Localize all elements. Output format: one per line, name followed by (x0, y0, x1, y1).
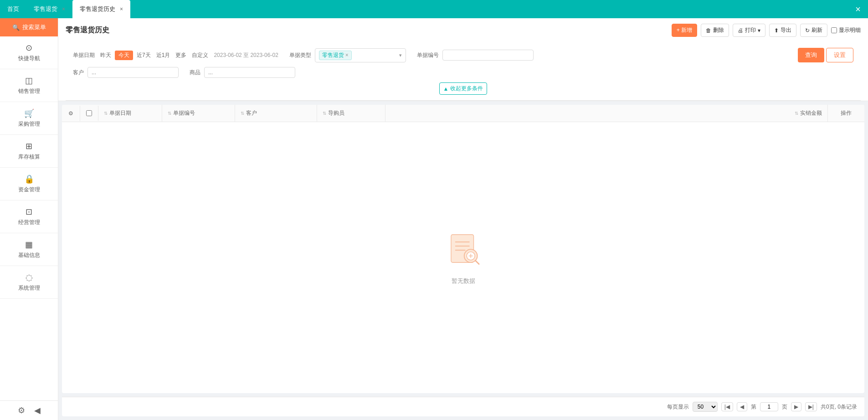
operations-icon: ⊡ (26, 207, 32, 217)
today-btn[interactable]: 今天 (115, 51, 133, 60)
new-btn[interactable]: + 新增 (672, 24, 697, 37)
export-icon: ⬆ (774, 27, 779, 34)
content-area: 零售退货历史 + 新增 🗑 删除 🖨 打印 ▾ ⬆ 导出 (58, 18, 868, 420)
type-tag: 零售退货 × (319, 51, 352, 60)
tab-retail-return-close[interactable]: × (62, 6, 65, 12)
empty-illustration (443, 230, 484, 271)
sidebar: 🔍 搜索菜单 ⊙ 快捷导航 ◫ 销售管理 🛒 采购管理 ⊞ 库存核算 🔒 资 (0, 18, 58, 420)
filter-area: 单据日期 昨天 今天 近7天 近1月 更多 自定义 2023-06-02 至 2… (66, 42, 861, 101)
filter-row-2: 客户 商品 (73, 67, 853, 78)
print-dropdown-icon: ▾ (758, 27, 760, 34)
sidebar-item-quick-nav[interactable]: ⊙ 快捷导航 (0, 36, 58, 69)
order-number-input[interactable] (442, 50, 534, 61)
sidebar-item-sales-mgmt[interactable]: ◫ 销售管理 (0, 69, 58, 102)
sidebar-item-quick-nav-label: 快捷导航 (18, 55, 40, 62)
purchase-icon: 🛒 (24, 108, 34, 118)
more-btn[interactable]: 更多 (174, 51, 188, 60)
collapse-sidebar-icon[interactable]: ◀ (34, 405, 41, 415)
query-btn[interactable]: 查询 (798, 48, 824, 62)
table-container: ⚙ ⇅ 单据日期 ⇅ 单据编号 ⇅ 客户 ⇅ (62, 105, 864, 393)
prev-page-btn[interactable]: ◀ (737, 402, 747, 411)
th-amount-sort-icon[interactable]: ⇅ (795, 111, 798, 116)
column-settings-icon[interactable]: ⚙ (68, 110, 73, 117)
topbar-close-btn[interactable]: × (848, 0, 868, 18)
search-icon: 🔍 (12, 24, 20, 31)
th-date-label: 单据日期 (109, 109, 131, 117)
per-page-label: 每页显示 (667, 403, 689, 411)
tab-home-label: 首页 (7, 5, 19, 13)
empty-text: 暂无数据 (452, 277, 475, 285)
customer-input[interactable] (87, 67, 179, 78)
tab-retail-return-history[interactable]: 零售退货历史 × (72, 0, 130, 18)
sidebar-item-finance-label: 资金管理 (18, 186, 40, 194)
per-page-select[interactable]: 50 10 20 100 (693, 402, 718, 412)
type-filter-label: 单据类型 (289, 51, 311, 59)
first-page-btn[interactable]: |◀ (721, 402, 733, 411)
sidebar-footer: ⚙ ◀ (0, 400, 58, 420)
th-settings[interactable]: ⚙ (62, 106, 80, 121)
sidebar-item-sales-mgmt-label: 销售管理 (18, 87, 40, 95)
settings-gear-icon[interactable]: ⚙ (18, 405, 25, 415)
delete-btn[interactable]: 🗑 删除 (701, 24, 729, 37)
total-label: 共0页, 0条记录 (821, 403, 857, 411)
show-detail-checkbox[interactable] (831, 27, 837, 33)
refresh-btn[interactable]: ↻ 刷新 (800, 24, 827, 37)
topbar: 首页 零售退货 × 零售退货历史 × × (0, 0, 868, 18)
tab-retail-return[interactable]: 零售退货 × (26, 0, 72, 18)
topbar-tabs: 首页 零售退货 × 零售退货历史 × (0, 0, 848, 18)
th-number-sort-icon[interactable]: ⇅ (168, 111, 171, 116)
filter-date-item: 单据日期 昨天 今天 近7天 近1月 更多 自定义 2023-06-02 至 2… (73, 51, 278, 60)
sidebar-item-operations-label: 经营管理 (18, 219, 40, 226)
page-input[interactable] (760, 402, 778, 411)
th-customer-sort-icon[interactable]: ⇅ (241, 111, 244, 116)
refresh-label: 刷新 (812, 26, 822, 34)
next-page-btn[interactable]: ▶ (791, 402, 801, 411)
sidebar-item-operations[interactable]: ⊡ 经营管理 (0, 200, 58, 233)
tab-retail-return-history-label: 零售退货历史 (80, 5, 115, 13)
type-filter-select[interactable]: 零售退货 × ▾ (315, 48, 406, 62)
th-guide-sort-icon[interactable]: ⇅ (323, 111, 326, 116)
tab-retail-return-history-close[interactable]: × (120, 6, 123, 12)
last-page-btn[interactable]: ▶| (805, 402, 817, 411)
th-checkbox[interactable] (80, 106, 98, 121)
sidebar-item-basic-info-label: 基础信息 (18, 251, 40, 259)
last7days-btn[interactable]: 近7天 (135, 51, 153, 60)
print-icon: 🖨 (738, 27, 743, 34)
type-select-dropdown-icon: ▾ (399, 52, 402, 58)
th-date: ⇅ 单据日期 (98, 105, 162, 122)
goods-input[interactable] (204, 67, 295, 78)
order-filter-label: 单据编号 (417, 51, 439, 59)
sidebar-item-system-mgmt[interactable]: ◌ 系统管理 (0, 266, 58, 299)
sidebar-item-finance[interactable]: 🔒 资金管理 (0, 168, 58, 200)
last1month-btn[interactable]: 近1月 (154, 51, 172, 60)
refresh-icon: ↻ (805, 27, 810, 34)
settings-btn[interactable]: 设置 (826, 48, 853, 62)
th-date-sort-icon[interactable]: ⇅ (104, 111, 108, 116)
export-btn[interactable]: ⬆ 导出 (769, 24, 796, 37)
date-range-display: 2023-06-02 至 2023-06-02 (214, 51, 278, 59)
type-tag-close[interactable]: × (345, 52, 349, 58)
sidebar-search-btn[interactable]: 🔍 搜索菜单 (0, 18, 58, 36)
yesterday-btn[interactable]: 昨天 (98, 51, 113, 60)
collapse-btn[interactable]: ▲ 收起更多条件 (439, 82, 488, 95)
page-title-row: 零售退货历史 + 新增 🗑 删除 🖨 打印 ▾ ⬆ 导出 (66, 24, 861, 37)
sidebar-item-basic-info[interactable]: ▦ 基础信息 (0, 233, 58, 266)
select-all-checkbox[interactable] (86, 110, 92, 116)
filter-row-1: 单据日期 昨天 今天 近7天 近1月 更多 自定义 2023-06-02 至 2… (73, 48, 853, 62)
sidebar-item-inventory[interactable]: ⊞ 库存核算 (0, 135, 58, 168)
sidebar-item-system-mgmt-label: 系统管理 (18, 284, 40, 292)
print-btn[interactable]: 🖨 打印 ▾ (733, 24, 765, 37)
th-number-label: 单据编号 (173, 109, 195, 117)
sidebar-item-purchase-mgmt[interactable]: 🛒 采购管理 (0, 102, 58, 135)
th-amount-label: 实销金额 (800, 109, 822, 117)
finance-icon: 🔒 (24, 174, 34, 184)
page-unit: 页 (782, 403, 787, 411)
tab-home[interactable]: 首页 (0, 0, 26, 18)
custom-btn[interactable]: 自定义 (190, 51, 210, 60)
show-detail-checkbox-wrapper[interactable]: 显示明细 (831, 26, 861, 34)
page-label: 第 (751, 403, 756, 411)
goods-filter-label: 商品 (190, 69, 200, 77)
collapse-icon: ▲ (443, 86, 449, 92)
delete-icon: 🗑 (706, 27, 711, 34)
type-tag-text: 零售退货 (322, 51, 344, 59)
